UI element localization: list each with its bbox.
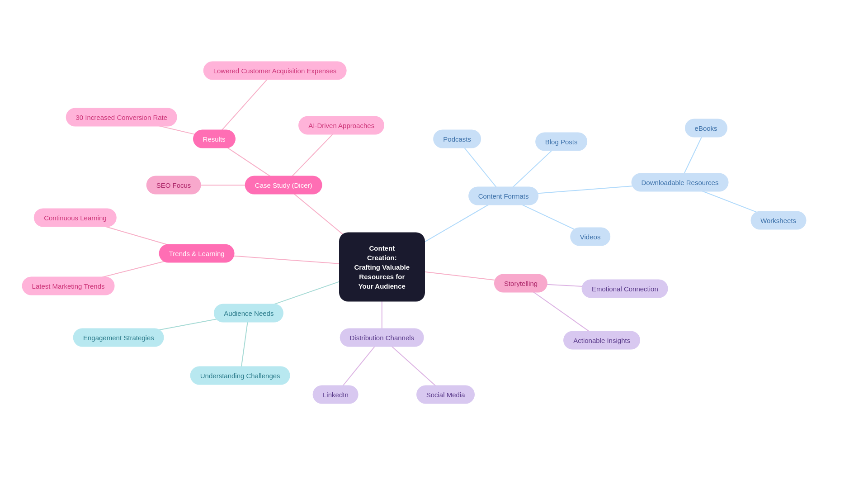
node-audience-needs[interactable]: Audience Needs bbox=[214, 304, 283, 322]
node-storytelling[interactable]: Storytelling bbox=[494, 274, 547, 292]
node-worksheets[interactable]: Worksheets bbox=[750, 211, 806, 230]
node-ai-driven[interactable]: AI-Driven Approaches bbox=[298, 116, 384, 134]
node-downloadable-resources[interactable]: Downloadable Resources bbox=[632, 173, 729, 192]
node-continuous-learning[interactable]: Continuous Learning bbox=[34, 209, 116, 227]
connection-lines bbox=[0, 0, 868, 490]
node-linkedin[interactable]: LinkedIn bbox=[313, 385, 359, 404]
node-latest-marketing[interactable]: Latest Marketing Trends bbox=[22, 276, 115, 295]
node-seo-focus[interactable]: SEO Focus bbox=[146, 176, 201, 195]
node-emotional-connection[interactable]: Emotional Connection bbox=[582, 279, 668, 298]
node-lowered-cac[interactable]: Lowered Customer Acquisition Expenses bbox=[203, 62, 347, 80]
node-content-formats[interactable]: Content Formats bbox=[468, 187, 539, 205]
node-trends-learning[interactable]: Trends & Learning bbox=[159, 244, 235, 262]
node-case-study[interactable]: Case Study (Dicer) bbox=[245, 176, 322, 195]
node-actionable-insights[interactable]: Actionable Insights bbox=[563, 331, 640, 350]
node-engagement-strategies[interactable]: Engagement Strategies bbox=[73, 328, 164, 347]
node-ebooks[interactable]: eBooks bbox=[685, 119, 727, 137]
mind-map-container: Content Creation: Crafting Valuable Reso… bbox=[0, 0, 868, 490]
node-results[interactable]: Results bbox=[193, 129, 236, 148]
node-understanding-challenges[interactable]: Understanding Challenges bbox=[190, 366, 290, 385]
svg-line-4 bbox=[214, 71, 275, 138]
node-podcasts[interactable]: Podcasts bbox=[433, 129, 481, 148]
node-distribution-channels[interactable]: Distribution Channels bbox=[340, 328, 425, 347]
node-increased-conv[interactable]: 30 Increased Conversion Rate bbox=[66, 108, 177, 126]
node-blog-posts[interactable]: Blog Posts bbox=[535, 132, 588, 151]
node-center[interactable]: Content Creation: Crafting Valuable Reso… bbox=[339, 232, 425, 301]
node-social-media[interactable]: Social Media bbox=[416, 385, 475, 404]
node-videos[interactable]: Videos bbox=[570, 228, 611, 246]
